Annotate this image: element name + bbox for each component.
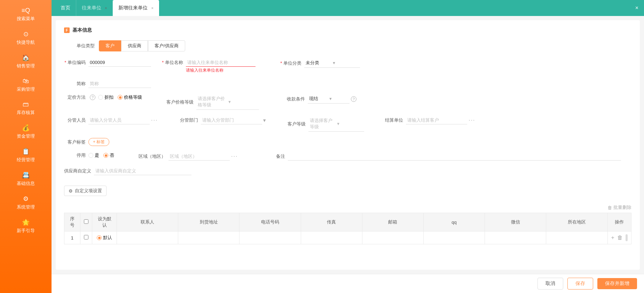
sidebar-item-label: 销售管理 (17, 63, 35, 69)
region-dots[interactable]: ··· (230, 153, 239, 160)
tab-contacts-label: 往来单位 (82, 5, 101, 11)
guide-icon: 🌟 (22, 219, 30, 226)
disable-radio-yes[interactable]: 是 (88, 152, 99, 158)
tab-new-contact[interactable]: 新增往来单位 × (113, 0, 159, 16)
pricing-radio-discount[interactable]: 折扣 (98, 94, 113, 100)
short-name-input[interactable] (88, 80, 151, 88)
settlement-input[interactable] (406, 116, 467, 124)
row-actions: + 🗑 (611, 234, 628, 241)
form-row-1: 单位编码 单位名称 请输入往来单位名称 单位分类 未分类 ▼ (64, 58, 631, 73)
tab-bar: 首页 往来单位 × 新增往来单位 × × (52, 0, 644, 16)
sidebar-item-search[interactable]: ≡Q 搜索菜单 (0, 3, 52, 26)
payment-select[interactable]: 现结 ▼ (308, 94, 350, 104)
customer-level-select[interactable]: 请选择客户等级 ▼ (308, 116, 364, 132)
type-btn-supplier[interactable]: 供应商 (121, 40, 148, 51)
pricing-field: 定价方法 ? 折扣 价格等级 (64, 94, 142, 100)
remark-input[interactable] (288, 152, 621, 161)
table-header-row: 序号 设为默认 联系人 到货地址 电话号码 传真 邮箱 qq 微信 所在地区 (64, 213, 631, 231)
unit-name-input[interactable] (186, 58, 256, 67)
col-default: 设为默认 (92, 213, 117, 231)
tab-home[interactable]: 首页 (55, 0, 76, 16)
fax-input[interactable] (305, 235, 359, 241)
drag-handle[interactable] (626, 234, 628, 241)
department-input[interactable] (201, 116, 262, 124)
cancel-button[interactable]: 取消 (537, 278, 563, 290)
row-checkbox[interactable] (84, 235, 88, 239)
payment-arrow: ▼ (329, 97, 348, 101)
sidebar-item-basic[interactable]: 📇 基础信息 (0, 167, 52, 191)
settlement-dots[interactable]: ··· (467, 117, 477, 123)
sidebar-item-shortcut[interactable]: ⊙ 快捷导航 (0, 26, 52, 50)
customer-level-label: 客户等级 (284, 121, 308, 127)
sidebar-item-operations[interactable]: 📋 经营管理 (0, 144, 52, 167)
disable-radio-no[interactable]: 否 (103, 152, 114, 158)
payment-label: 收款条件 (283, 96, 308, 102)
sidebar-item-label: 经营管理 (17, 157, 35, 163)
col-checkbox (80, 213, 92, 231)
payment-value: 现结 (309, 96, 329, 102)
table-section: 🗑 批量删除 序号 设为默认 联系人 到货地址 电话号码 传真 (64, 204, 631, 244)
cell-address[interactable] (178, 231, 239, 244)
customize-settings-button[interactable]: ⚙ 自定义项设置 (64, 186, 107, 196)
type-btn-customer[interactable]: 客户 (99, 40, 121, 51)
payment-help-icon[interactable]: ? (351, 96, 356, 102)
radio-yes-circle (88, 153, 93, 158)
col-contact: 联系人 (117, 213, 178, 231)
cell-email[interactable] (362, 231, 423, 244)
address-input[interactable] (182, 235, 236, 241)
department-label: 分管部门 (176, 117, 201, 123)
add-row-button[interactable]: + (611, 235, 614, 241)
tab-contacts-close[interactable]: × (105, 6, 107, 10)
pricing-radio-grade[interactable]: 价格等级 (118, 94, 142, 100)
default-radio[interactable]: 默认 (96, 235, 113, 241)
save-new-button[interactable]: 保存并新增 (597, 278, 637, 289)
radio-grade-circle (118, 95, 123, 100)
unit-category-select[interactable]: 未分类 ▼ (304, 58, 360, 68)
add-tag-button[interactable]: + 标签 (88, 138, 109, 146)
disable-yes-label: 是 (95, 152, 99, 158)
pricing-help-icon[interactable]: ? (90, 95, 95, 100)
unit-name-label: 单位名称 (162, 59, 186, 66)
sidebar-item-label: 资金管理 (17, 133, 35, 139)
supplier-custom-input[interactable] (94, 167, 191, 175)
save-button[interactable]: 保存 (567, 278, 593, 290)
unit-code-input[interactable] (88, 58, 151, 67)
sidebar-item-guide[interactable]: 🌟 新手引导 (0, 214, 52, 238)
batch-delete-button[interactable]: 🗑 批量删除 (607, 204, 631, 211)
contacts-table: 序号 设为默认 联系人 到货地址 电话号码 传真 邮箱 qq 微信 所在地区 (64, 213, 631, 244)
main-close-button[interactable]: × (635, 5, 638, 11)
table-actions: 🗑 批量删除 (64, 204, 631, 211)
cell-phone[interactable] (239, 231, 301, 244)
cell-wechat[interactable] (485, 231, 546, 244)
type-btn-both[interactable]: 客户/供应商 (148, 40, 185, 51)
sidebar-item-finance[interactable]: 💰 资金管理 (0, 120, 52, 144)
cell-fax[interactable] (301, 231, 362, 244)
sidebar-item-system[interactable]: ⚙ 系统管理 (0, 191, 52, 214)
customer-price-select[interactable]: 请选择客户价格等级 ▼ (196, 94, 259, 110)
region-field: 区域（地区） ··· (139, 152, 239, 161)
sidebar-item-purchase[interactable]: 🛍 采购管理 (0, 73, 52, 97)
tab-new-contact-close[interactable]: × (151, 6, 153, 10)
col-phone: 电话号码 (239, 213, 301, 231)
manager-dots[interactable]: ··· (150, 117, 159, 123)
cell-region[interactable] (546, 231, 607, 244)
manager-input[interactable] (88, 116, 150, 124)
region-input[interactable] (168, 152, 230, 161)
cell-contact[interactable] (117, 231, 178, 244)
tab-contacts[interactable]: 往来单位 × (76, 0, 113, 16)
contact-input[interactable] (120, 235, 174, 241)
sidebar-item-sales[interactable]: 🏠 销售管理 (0, 50, 52, 73)
select-all-checkbox[interactable] (84, 219, 88, 224)
region-cell-input[interactable] (550, 235, 604, 241)
section-title-icon: F (64, 27, 70, 33)
phone-input[interactable] (243, 235, 297, 241)
supplier-custom-field: 供应商自定义 (64, 167, 191, 175)
sidebar-item-inventory[interactable]: 🗃 库存核算 (0, 97, 52, 120)
email-input[interactable] (366, 235, 420, 241)
col-address: 到货地址 (178, 213, 239, 231)
col-wechat: 微信 (485, 213, 546, 231)
delete-row-button[interactable]: 🗑 (617, 235, 623, 241)
cell-qq[interactable] (423, 231, 485, 244)
wechat-input[interactable] (488, 235, 542, 241)
qq-input[interactable] (427, 235, 481, 241)
